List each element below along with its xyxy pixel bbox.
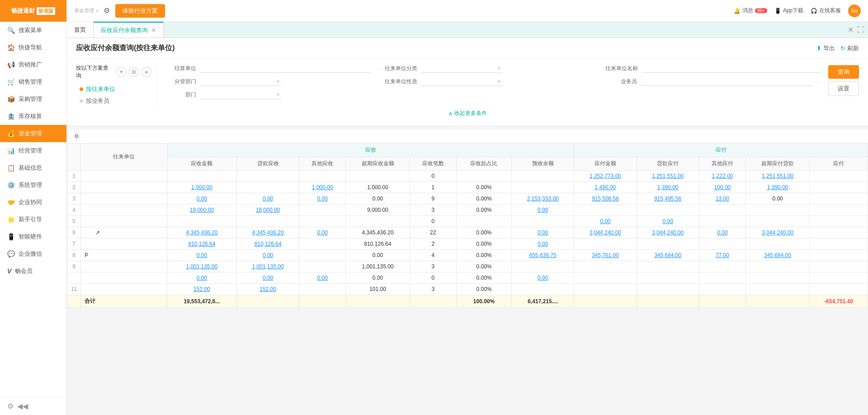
overdue-receivable: 810,126.64 [346,239,410,250]
receivable-amount: 1,001,135.00 [167,261,236,272]
sidebar-logo: 畅捷通财 标准版 [0,0,66,22]
system-icon: ⚙️ [7,181,15,189]
partner-category-select[interactable]: ▾ [421,64,502,73]
payable-more [810,193,868,205]
settings-icon[interactable]: ⚙ [7,402,14,410]
loan-receivable: 1,001,135.00 [236,261,299,272]
sidebar-item-sales[interactable]: 🛒 销售管理 [0,73,66,91]
filter-field-salesperson: 业务员 ··· [605,77,821,86]
settlement-input[interactable] [200,64,372,73]
sidebar-item-label: 搜索菜单 [19,26,42,34]
basic-info-icon: 📋 [7,164,15,172]
tab-expand-icon[interactable]: ⛶ [857,26,864,34]
sidebar-item-nav[interactable]: 🏠 快捷导航 [0,39,66,56]
page-header-actions: ⬆ 导出 ↻ 刷新 [816,44,859,52]
user-name: Rit [851,8,857,14]
sidebar-item-hardware[interactable]: 📱 智能硬件 [0,228,66,245]
partner-name: P [81,250,167,261]
receivable-count: 0 [410,272,456,284]
wechat-icon: 💬 [7,250,15,258]
table-settings-icon[interactable]: ⚙ [74,133,79,139]
row-num: 3 [67,193,81,205]
collab-icon: 🤝 [7,199,15,206]
data-table: 往来单位 应收 应付 应收金额 贷款应收 其他应收 超期应收金额 应收笔数 应收… [67,143,868,308]
overdue-payable [745,272,809,284]
settlement-ellipsis[interactable]: ··· [376,66,380,72]
settings-button[interactable]: 设置 [828,81,859,96]
sidebar-item-label: 营销推广 [19,61,42,69]
query-button[interactable]: 查询 [828,65,859,79]
sidebar-item-system[interactable]: ⚙️ 系统管理 [0,176,66,194]
filter-option-partner[interactable]: 按往来单位 [76,83,151,95]
overdue-payable [745,205,809,216]
collapse-button[interactable]: ∧ 收起更多条件 [76,107,859,120]
sidebar-item-label: 销售管理 [19,78,42,86]
sidebar-item-label: 基础信息 [19,164,42,172]
dept-select[interactable]: ▾ [200,77,281,86]
add-filter-button[interactable]: + [116,67,126,77]
receivable-count: 3 [410,284,456,295]
sidebar-item-label: 库存核算 [19,112,42,120]
row-num: 4 [67,205,81,216]
partner-name [81,261,167,272]
export-button[interactable]: ⬆ 导出 [816,44,835,52]
receivable-amount: 0.00 [167,272,236,284]
other-payable [699,216,745,227]
search-icon: 🔍 [7,27,15,34]
sidebar-item-inventory[interactable]: 🏦 库存核算 [0,108,66,125]
notifications-item[interactable]: 🔔 消息 99+ [734,7,767,14]
footer-receivable-ratio: 100.00% [456,295,511,308]
home-icon: 🏠 [7,44,15,51]
overdue-receivable: 1,001,135.00 [346,261,410,272]
partner-name [81,182,167,193]
dept2-select[interactable]: ▾ [200,91,281,99]
salesperson-input[interactable] [641,77,813,86]
filter-option-salesperson[interactable]: 按业务员 [76,95,151,107]
refresh-button[interactable]: ↻ 刷新 [840,44,859,52]
th-receivable-ratio: 应收款占比 [456,157,511,171]
breadcrumb: 资金管理 ▾ [74,7,98,14]
solution-button[interactable]: 体验行业方案 [115,4,165,18]
customer-service-item[interactable]: 🎧 在线客服 [811,7,841,14]
tab-home[interactable]: 首页 [67,22,94,38]
sidebar-item-search[interactable]: 🔍 搜索菜单 [0,22,66,39]
filter-collapse-icon[interactable]: « [142,67,151,77]
topbar-gear-icon[interactable]: ⚙ [104,6,110,15]
table-footer-row: 合计 19,553,472,6... 100.00% 6,417,215....… [67,295,868,308]
tab-balance-query[interactable]: 应收应付余额查询 ✕ [94,22,164,38]
sidebar-item-guide[interactable]: 🌟 新手引导 [0,211,66,228]
sidebar-item-member[interactable]: V 畅会员 [0,262,66,280]
payable-amount [574,284,637,295]
sidebar-item-marketing[interactable]: 📢 营销推广 [0,56,66,73]
th-receivable-amount: 应收金额 [167,157,236,171]
payable-amount: 915,508.56 [574,193,637,205]
main-area: 资金管理 ▾ ⚙ 体验行业方案 🔔 消息 99+ 📱 App下载 🎧 在线客服 … [67,0,868,415]
salesperson-ellipsis[interactable]: ··· [816,79,821,85]
footer-receivable-total: 19,553,472,6... [167,295,236,308]
sidebar-item-finance[interactable]: 💰 资金管理 [0,125,66,142]
sidebar-item-basic-info[interactable]: 📋 基础信息 [0,159,66,176]
table-row: 8 P 0.00 0.00 0.00 4 0.00% 655,636.75 34… [67,250,868,261]
purchase-icon: 📦 [7,95,15,103]
partner-name-input[interactable] [642,64,821,73]
other-receivable: 0.00 [299,193,346,205]
sidebar-item-collab[interactable]: 🤝 企业协同 [0,194,66,211]
receivable-count: 1 [410,182,456,193]
other-receivable [299,216,346,227]
th-payable-amount: 应付金额 [574,157,637,171]
partner-nature-select[interactable]: ▾ [421,77,502,86]
overdue-payable [745,284,809,295]
sidebar-item-operations[interactable]: 📊 经营管理 [0,142,66,159]
row-num: 5 [67,216,81,227]
tab-close-all-icon[interactable]: ✕ [848,25,854,34]
tab-close-icon[interactable]: ✕ [151,27,156,33]
receivable-amount: 0.00 [167,250,236,261]
app-download-item[interactable]: 📱 App下载 [774,7,803,14]
sidebar-item-wechat[interactable]: 💬 企业微信 [0,245,66,262]
sidebar-item-purchase[interactable]: 📦 采购管理 [0,91,66,108]
filter-option-salesperson-label: 按业务员 [86,97,109,105]
collapse-icon[interactable]: ◀◀ [17,402,28,410]
receivable-count: 22 [410,227,456,239]
filter-settings-icon[interactable]: ⊙ [129,67,139,77]
user-avatar[interactable]: Rit [848,5,861,17]
